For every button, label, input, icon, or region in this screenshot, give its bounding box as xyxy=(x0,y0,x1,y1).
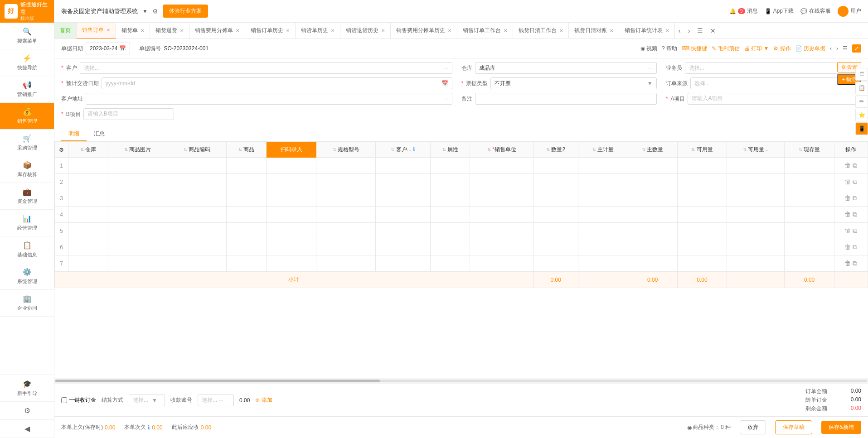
row-1-code[interactable] xyxy=(167,158,227,174)
sidebar-item-marketing[interactable]: 📢 营销推广 xyxy=(0,76,54,103)
row-4-scan[interactable] xyxy=(266,207,316,223)
shortcut-action[interactable]: ⌨ 快捷键 xyxy=(682,45,707,53)
row-5-available2[interactable] xyxy=(727,223,785,239)
sidebar-collapse[interactable]: ◀ xyxy=(0,420,54,438)
row-2-warehouse[interactable] xyxy=(68,174,108,190)
col-main-unit-header[interactable]: ⇅ 主计量 xyxy=(578,142,628,158)
tab-return-history-close[interactable]: ✕ xyxy=(381,28,385,33)
row-7-code[interactable] xyxy=(167,255,227,272)
row-7-sales-unit[interactable] xyxy=(470,255,533,272)
row-5-attr[interactable] xyxy=(430,223,470,239)
row-1-warehouse[interactable] xyxy=(68,158,108,174)
row-4-product[interactable] xyxy=(227,207,267,223)
row-7-current-stock[interactable] xyxy=(785,255,834,272)
tab-detail[interactable]: 明细 xyxy=(61,127,87,141)
row-2-image[interactable] xyxy=(108,174,167,190)
row-5-copy-icon[interactable]: ⧉ xyxy=(853,227,857,235)
row-5-warehouse[interactable] xyxy=(68,223,108,239)
row-5-customer-ref[interactable] xyxy=(376,223,431,239)
row-2-available[interactable] xyxy=(677,174,727,190)
sidebar-item-finance[interactable]: 💼 资金管理 xyxy=(0,183,54,210)
row-7-customer-ref[interactable] xyxy=(376,255,431,272)
row-4-warehouse[interactable] xyxy=(68,207,108,223)
account-select[interactable]: 选择... ··· xyxy=(198,395,234,406)
row-6-spec[interactable] xyxy=(316,239,376,255)
row-3-sales-unit[interactable] xyxy=(470,190,533,207)
tab-summary[interactable]: 汇总 xyxy=(87,127,112,141)
sidebar-item-basic[interactable]: 📋 基础信息 xyxy=(0,236,54,263)
save-draft-button[interactable]: 保存草稿 xyxy=(775,420,812,434)
row-4-main-unit[interactable] xyxy=(578,207,628,223)
row-7-main-unit[interactable] xyxy=(578,255,628,272)
sidebar-item-quick-nav[interactable]: ⚡ 快捷导航 xyxy=(0,49,54,76)
row-3-image[interactable] xyxy=(108,190,167,207)
warehouse-input[interactable]: 成品库 ··· xyxy=(475,62,657,74)
row-3-scan[interactable] xyxy=(266,190,316,207)
float-btn-4[interactable]: ⭐ xyxy=(855,109,868,121)
tab-order-history[interactable]: 销售订单历史 ✕ xyxy=(245,23,296,39)
row-5-main-unit[interactable] xyxy=(578,223,628,239)
settings-gear-icon[interactable]: ⚙ xyxy=(152,8,158,15)
row-3-customer-ref[interactable] xyxy=(376,190,431,207)
b-project-input[interactable]: 请输入B项目 xyxy=(83,108,174,120)
sidebar-settings[interactable]: ⚙ xyxy=(0,402,54,420)
row-2-product[interactable] xyxy=(227,174,267,190)
row-4-spec[interactable] xyxy=(316,207,376,223)
tab-next-button[interactable]: › xyxy=(684,27,694,34)
col-sales-unit-header[interactable]: ⇅ *销售单位 xyxy=(470,142,533,158)
row-1-available2[interactable] xyxy=(727,158,785,174)
this-debt-info[interactable]: ℹ xyxy=(148,424,150,431)
row-3-main-unit[interactable] xyxy=(578,190,628,207)
row-3-spec[interactable] xyxy=(316,190,376,207)
tab-close-all-button[interactable]: ✕ xyxy=(707,27,719,34)
row-6-sales-unit[interactable] xyxy=(470,239,533,255)
col-main-qty-header[interactable]: ⇅ 主数量 xyxy=(628,142,677,158)
float-btn-1[interactable]: ☰ xyxy=(855,68,868,81)
row-7-image[interactable] xyxy=(108,255,167,272)
row-7-warehouse[interactable] xyxy=(68,255,108,272)
invoice-select[interactable]: 不开票 ▼ xyxy=(490,77,657,89)
one-click-checkbox-label[interactable]: 一键收订金 xyxy=(61,396,96,404)
row-4-copy-icon[interactable]: ⧉ xyxy=(853,211,857,218)
row-3-qty2[interactable] xyxy=(533,190,578,207)
column-settings-icon[interactable]: ⚙ xyxy=(59,147,64,153)
row-6-qty2[interactable] xyxy=(533,239,578,255)
save-new-button[interactable]: 保存&新增 xyxy=(821,421,861,434)
notification-item[interactable]: 🔔 9 消息 xyxy=(729,7,758,15)
tab-expense-split[interactable]: 销售费用分摊单 ✕ xyxy=(189,23,245,39)
sidebar-item-search[interactable]: 🔍 搜索菜单 xyxy=(0,23,54,49)
row-2-current-stock[interactable] xyxy=(785,174,834,190)
industry-solution-button[interactable]: 体验行业方案 xyxy=(163,5,208,18)
row-4-code[interactable] xyxy=(167,207,227,223)
col-scan-header[interactable]: 扫码录入 xyxy=(266,142,316,158)
row-3-code[interactable] xyxy=(167,190,227,207)
tab-expense-history[interactable]: 销售费用分摊单历史 ✕ xyxy=(391,23,457,39)
customer-address-input[interactable]: ··· xyxy=(86,93,452,105)
tab-sales-return[interactable]: 销货退货 ✕ xyxy=(150,23,189,39)
col-spec-header[interactable]: ⇅ 规格型号 xyxy=(316,142,376,158)
tab-expense-split-close[interactable]: ✕ xyxy=(236,28,239,33)
discard-button[interactable]: 放弃 xyxy=(740,420,766,434)
tab-sales-slip[interactable]: 销货单 ✕ xyxy=(116,23,150,39)
row-3-current-stock[interactable] xyxy=(785,190,834,207)
float-btn-3[interactable]: ✏ xyxy=(855,95,868,108)
tab-sales-stats-close[interactable]: ✕ xyxy=(665,28,669,33)
tab-sales-order-close[interactable]: ✕ xyxy=(107,28,110,33)
row-5-product[interactable] xyxy=(227,223,267,239)
row-6-main-unit[interactable] xyxy=(578,239,628,255)
sidebar-item-guide[interactable]: 🎓 新手引导 xyxy=(0,375,54,402)
tab-sales-history[interactable]: 销货单历史 ✕ xyxy=(296,23,340,39)
row-2-customer-ref[interactable] xyxy=(376,174,431,190)
row-1-attr[interactable] xyxy=(430,158,470,174)
tab-cash-reconcile[interactable]: 钱货日清对账 ✕ xyxy=(569,23,619,39)
tab-order-workbench[interactable]: 销售订单工作台 ✕ xyxy=(457,23,513,39)
order-source-select[interactable]: 选择... ▼ xyxy=(690,77,861,89)
row-1-image[interactable] xyxy=(108,158,167,174)
row-2-copy-icon[interactable]: ⧉ xyxy=(853,178,857,186)
tab-sales-history-close[interactable]: ✕ xyxy=(331,28,335,33)
delivery-input[interactable]: yyyy-mm-dd 📅 xyxy=(102,77,452,89)
row-6-copy-icon[interactable]: ⧉ xyxy=(853,243,857,251)
col-current-stock-header[interactable]: ⇅ 现存量 xyxy=(785,142,834,158)
row-1-main-qty[interactable] xyxy=(628,158,677,174)
horizontal-scrollbar[interactable] xyxy=(54,378,868,384)
